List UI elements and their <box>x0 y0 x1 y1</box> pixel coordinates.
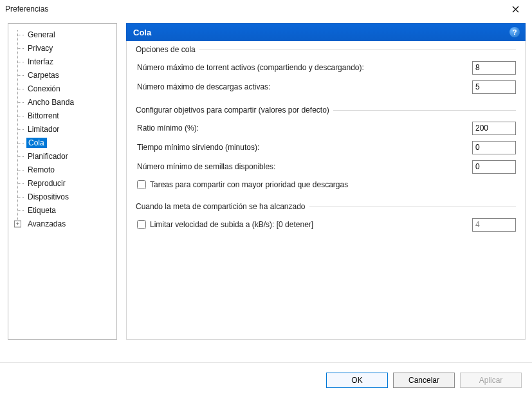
tree-item-cola[interactable]: Cola <box>10 136 114 149</box>
tree-item-label: Remoto <box>26 165 56 175</box>
help-icon[interactable]: ? <box>509 27 520 37</box>
min-seeds-label: Número mínimo de semillas disponibles: <box>136 162 472 171</box>
tree-item-remoto[interactable]: Remoto <box>10 163 114 176</box>
tree-item-label: Limitador <box>26 124 60 134</box>
settings-panel: Cola ? Opciones de cola Número máximo de… <box>126 23 526 340</box>
max-active-label: Número máximo de torrent activos (compar… <box>136 63 472 72</box>
tree-item-label: Ancho Banda <box>26 97 75 107</box>
tree-item-label: Carpetas <box>26 70 60 80</box>
panel-header: Cola ? <box>126 23 526 41</box>
tree-item-label: Avanzadas <box>26 219 67 229</box>
tree-item-label: Dispositivos <box>26 192 70 202</box>
priority-checkbox[interactable] <box>137 180 146 189</box>
group-goal-reached: Cuando la meta de compartición se ha alc… <box>136 202 516 238</box>
dialog-footer: OK Cancelar Aplicar <box>0 362 532 397</box>
tree-item-etiqueta[interactable]: Etiqueta <box>10 203 114 217</box>
tree-item-label: Interfaz <box>26 57 55 67</box>
min-seeds-input[interactable] <box>472 160 516 174</box>
tree-item-privacy[interactable]: Privacy <box>10 41 114 55</box>
preferences-window: Preferencias GeneralPrivacyInterfazCarpe… <box>0 0 532 397</box>
priority-checkbox-label: Tareas para compartir con mayor priorida… <box>150 180 348 189</box>
limit-upload-input <box>472 218 516 232</box>
close-button[interactable] <box>502 1 528 17</box>
tree-item-label: Bittorrent <box>26 111 60 121</box>
tree-item-label: General <box>26 30 57 40</box>
max-active-input[interactable] <box>472 61 516 75</box>
group-goal-reached-legend: Cuando la meta de compartición se ha alc… <box>136 202 309 211</box>
min-time-input[interactable] <box>472 141 516 154</box>
ratio-label: Ratio mínimo (%): <box>136 124 472 133</box>
tree-item-carpetas[interactable]: Carpetas <box>10 68 114 82</box>
window-title: Preferencias <box>5 5 502 14</box>
tree-item-dispositivos[interactable]: Dispositivos <box>10 190 114 203</box>
apply-button[interactable]: Aplicar <box>460 373 522 388</box>
tree-item-general[interactable]: General <box>10 28 114 41</box>
ok-button[interactable]: OK <box>326 373 388 388</box>
close-icon <box>512 6 519 13</box>
tree-item-limitador[interactable]: Limitador <box>10 122 114 136</box>
tree-item-label: Privacy <box>26 43 54 53</box>
tree-item-conexión[interactable]: Conexión <box>10 82 114 95</box>
tree-item-label: Reproducir <box>26 178 67 189</box>
max-downloads-label: Número máximo de descargas activas: <box>136 82 472 91</box>
tree-item-bittorrent[interactable]: Bittorrent <box>10 109 114 122</box>
tree-item-reproducir[interactable]: Reproducir <box>10 176 114 190</box>
cancel-button[interactable]: Cancelar <box>393 373 455 388</box>
panel-title: Cola <box>133 28 509 37</box>
ratio-input[interactable] <box>472 122 516 135</box>
max-downloads-input[interactable] <box>472 80 516 94</box>
tree-item-label: Planificador <box>26 151 69 162</box>
tree-item-label: Conexión <box>26 84 62 94</box>
group-seed-goal-legend: Configurar objetivos para compartir (val… <box>136 106 333 115</box>
tree-item-label: Etiqueta <box>26 205 57 216</box>
tree-item-ancho-banda[interactable]: Ancho Banda <box>10 95 114 109</box>
expand-icon[interactable]: + <box>14 220 21 227</box>
tree-item-label: Cola <box>26 138 47 148</box>
tree-item-interfaz[interactable]: Interfaz <box>10 55 114 68</box>
titlebar: Preferencias <box>0 0 532 18</box>
limit-upload-checkbox[interactable] <box>137 220 146 229</box>
group-seed-goal: Configurar objetivos para compartir (val… <box>136 106 516 197</box>
tree-item-planificador[interactable]: Planificador <box>10 149 114 163</box>
group-queue-options: Opciones de cola Número máximo de torren… <box>136 45 516 100</box>
group-queue-legend: Opciones de cola <box>136 45 199 54</box>
tree-item-avanzadas[interactable]: +Avanzadas <box>10 217 114 230</box>
limit-upload-label: Limitar velocidad de subida a (kB/s): [0… <box>150 220 313 229</box>
category-tree[interactable]: GeneralPrivacyInterfazCarpetasConexiónAn… <box>8 23 117 340</box>
min-time-label: Tiempo mínimo sirviendo (minutos): <box>136 143 472 152</box>
